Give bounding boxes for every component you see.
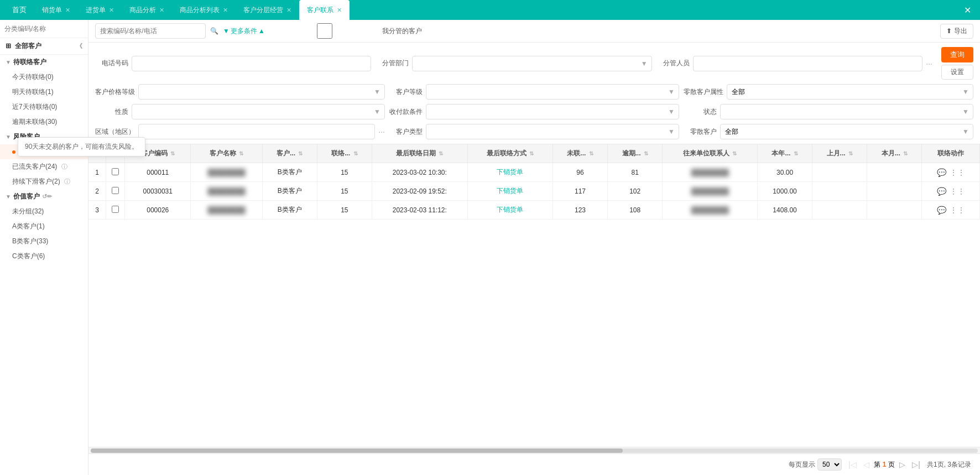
sidebar-item-churned[interactable]: 已流失客户(24) ⓘ xyxy=(0,159,88,174)
th-last-month-sort-icon[interactable]: ⇅ xyxy=(848,150,853,156)
row3-unit-contact-value: ████████ xyxy=(691,206,729,214)
more-conditions-button[interactable]: ▼ 更多条件 ▲ xyxy=(223,27,265,36)
next-page-button[interactable]: ▷ xyxy=(897,460,908,469)
person-more-icon[interactable]: ··· xyxy=(926,59,932,68)
sidebar-item-week-contact[interactable]: 近7天待联络(0) xyxy=(0,100,88,114)
scrollbar-thumb[interactable] xyxy=(91,448,623,453)
th-type-sort-icon[interactable]: ⇅ xyxy=(298,150,303,156)
nature-select[interactable] xyxy=(132,104,385,119)
query-button[interactable]: 查询 xyxy=(941,47,973,62)
row1-chat-icon[interactable]: 💬 xyxy=(937,168,946,177)
sidebar-item-overdue-contact[interactable]: 逾期未联络(30) xyxy=(0,114,88,129)
person-input[interactable] xyxy=(693,56,923,71)
sidebar-item-unsorted[interactable]: 未分组(32) xyxy=(0,204,88,219)
per-page-select[interactable]: 50 xyxy=(817,458,842,471)
group-pending-contact[interactable]: ▼ 待联络客户 xyxy=(0,55,88,70)
tab-analysis-list[interactable]: 商品分析列表 ✕ xyxy=(172,0,236,20)
close-customer-contact-tab-icon[interactable]: ✕ xyxy=(337,7,342,14)
row3-checkbox-cell xyxy=(106,201,125,220)
table-row: 1 000011 ████████ B类客户 15 2023-03-02 10:… xyxy=(88,163,980,182)
sidebar-item-b-class[interactable]: B类客户(33) xyxy=(0,234,88,249)
sidebar-item-today-contact[interactable]: 今天待联络(0) xyxy=(0,70,88,85)
row3-checkbox[interactable] xyxy=(112,206,119,213)
footer-pagination: 每页显示 50 |◁ ◁ 第 1 页 ▷ ▷| 共1页, 3条记录 xyxy=(88,453,980,475)
zero-retail-select[interactable]: 全部 xyxy=(720,124,973,139)
row2-chat-icon[interactable]: 💬 xyxy=(937,187,946,196)
zero-attr-select[interactable]: 全部 xyxy=(727,84,973,100)
close-sales-tab-icon[interactable]: ✕ xyxy=(65,7,70,14)
customer-type-select[interactable] xyxy=(426,124,679,139)
horizontal-scrollbar[interactable] xyxy=(88,447,980,453)
value-refresh-icon[interactable]: ↺ xyxy=(42,193,47,200)
th-last-method-sort-icon[interactable]: ⇅ xyxy=(529,150,534,156)
group-value-customers[interactable]: ▼ 价值客户 ↺ ✏ xyxy=(0,189,88,204)
th-last-date-sort-icon[interactable]: ⇅ xyxy=(439,150,443,156)
close-customer-tier-tab-icon[interactable]: ✕ xyxy=(286,7,291,14)
tab-purchase[interactable]: 进货单 ✕ xyxy=(78,0,122,20)
th-code-sort-icon[interactable]: ⇅ xyxy=(170,150,175,156)
payment-select-wrapper: ▼ xyxy=(426,104,679,119)
sidebar-item-tomorrow-contact[interactable]: 明天待联络(1) xyxy=(0,85,88,100)
dept-select[interactable] xyxy=(412,56,651,71)
filter-zero-attr: 零散客户属性 全部 ▼ xyxy=(684,84,973,100)
region-more-icon[interactable]: ··· xyxy=(378,127,385,136)
payment-select[interactable] xyxy=(426,104,679,119)
pagination-controls: |◁ ◁ 第 1 页 ▷ ▷| xyxy=(846,460,922,469)
row2-checkbox[interactable] xyxy=(112,187,119,194)
row3-more-icon[interactable]: ⋮⋮ xyxy=(950,206,965,215)
phone-input[interactable] xyxy=(132,56,371,71)
row1-last-method-link[interactable]: 下销货单 xyxy=(497,168,523,176)
th-name: 客户名称 ⇅ xyxy=(191,144,262,163)
region-label: 区域（地区） xyxy=(95,127,135,137)
tab-sales[interactable]: 销货单 ✕ xyxy=(34,0,78,20)
scrollbar-track[interactable] xyxy=(91,448,978,453)
th-contact-count-sort-icon[interactable]: ⇅ xyxy=(353,150,358,156)
row3-last-method-link[interactable]: 下销货单 xyxy=(497,206,523,213)
my-customers-checkbox-input[interactable] xyxy=(269,23,380,39)
th-no-contact-sort-icon[interactable]: ⇅ xyxy=(589,150,593,156)
my-customers-checkbox[interactable]: 我分管的客户 xyxy=(269,23,422,39)
all-customers-item[interactable]: ⊞ 全部客户 《 xyxy=(0,38,88,55)
sidebar-item-c-class[interactable]: C类客户(6) xyxy=(0,249,88,264)
row2-last-method-link[interactable]: 下销货单 xyxy=(497,187,523,195)
row3-chat-icon[interactable]: 💬 xyxy=(937,206,946,215)
tab-customer-tier[interactable]: 客户分层经营 ✕ xyxy=(236,0,299,20)
filter-customer-type: 客户类型 ▼ xyxy=(389,124,679,139)
th-name-sort-icon[interactable]: ⇅ xyxy=(239,150,243,156)
sidebar-item-a-class[interactable]: A类客户(1) xyxy=(0,219,88,234)
settings-button[interactable]: 设置 xyxy=(941,65,973,80)
price-level-select[interactable] xyxy=(138,84,385,100)
th-overdue-sort-icon[interactable]: ⇅ xyxy=(644,150,648,156)
row1-more-icon[interactable]: ⋮⋮ xyxy=(950,168,965,177)
prev-page-button[interactable]: ◁ xyxy=(861,460,872,469)
filter-row-1: 电话号码 分管部门 ▼ 分管人员 ··· xyxy=(95,47,973,80)
row1-last-date: 2023-03-02 10:30: xyxy=(372,163,467,182)
customer-level-select[interactable] xyxy=(426,84,679,100)
th-this-year-sort-icon[interactable]: ⇅ xyxy=(794,150,798,156)
zero-attr-label: 零散客户属性 xyxy=(684,87,723,97)
toolbar-search-icon[interactable]: 🔍 xyxy=(210,27,218,35)
close-analysis-tab-icon[interactable]: ✕ xyxy=(159,7,164,14)
th-this-month-sort-icon[interactable]: ⇅ xyxy=(903,150,908,156)
th-unit-contact-sort-icon[interactable]: ⇅ xyxy=(732,150,737,156)
sidebar-collapse-icon[interactable]: 《 xyxy=(76,42,82,50)
export-button[interactable]: ⬆ 导出 xyxy=(940,24,973,39)
first-page-button[interactable]: |◁ xyxy=(846,460,859,469)
row2-more-icon[interactable]: ⋮⋮ xyxy=(950,187,965,196)
last-page-button[interactable]: ▷| xyxy=(910,460,922,469)
search-input[interactable] xyxy=(95,23,206,39)
status-select[interactable] xyxy=(720,104,973,119)
sidebar-item-declining[interactable]: 持续下滑客户(2) ⓘ xyxy=(0,174,88,189)
row1-checkbox[interactable] xyxy=(112,168,119,175)
window-close-button[interactable]: ✕ xyxy=(960,5,976,15)
value-edit-icon[interactable]: ✏ xyxy=(47,193,52,200)
phone-label: 电话号码 xyxy=(95,59,128,68)
close-analysis-list-tab-icon[interactable]: ✕ xyxy=(223,7,228,14)
sidebar-search-input[interactable] xyxy=(4,25,87,33)
region-input[interactable] xyxy=(138,124,375,139)
tab-customer-contact[interactable]: 客户联系 ✕ xyxy=(299,0,350,20)
row2-unit-contact-value: ████████ xyxy=(691,187,729,195)
home-tab[interactable]: 首页 xyxy=(4,5,34,15)
tab-analysis[interactable]: 商品分析 ✕ xyxy=(122,0,172,20)
close-purchase-tab-icon[interactable]: ✕ xyxy=(109,7,114,14)
